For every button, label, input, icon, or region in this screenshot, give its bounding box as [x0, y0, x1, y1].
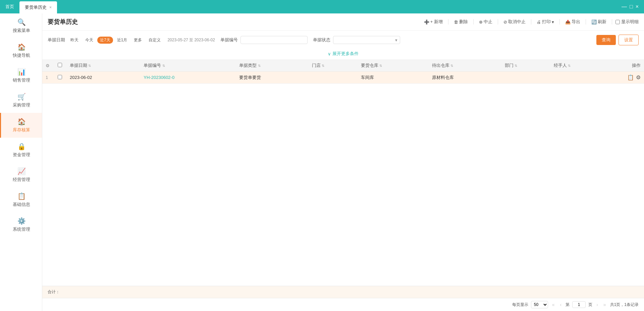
- quick-nav-icon: 🏠: [17, 43, 26, 51]
- next-page-button[interactable]: ›: [595, 301, 599, 308]
- th-doc-type[interactable]: 单据类型 ⇅: [236, 60, 309, 72]
- cell-department: [501, 72, 550, 84]
- page-input[interactable]: [572, 301, 586, 308]
- sidebar-item-search[interactable]: 🔍 搜索菜单: [0, 13, 42, 38]
- sidebar-item-sales[interactable]: 📊 销售管理: [0, 63, 42, 88]
- select-all-checkbox[interactable]: [58, 63, 62, 67]
- sort-icon-pending-warehouse: ⇅: [450, 64, 453, 68]
- purchase-icon: 🛒: [17, 93, 26, 101]
- display-detail-checkbox[interactable]: 显示明细: [615, 19, 639, 25]
- sidebar-item-label: 快捷导航: [13, 52, 30, 58]
- th-doc-date[interactable]: 单据日期 ⇅: [66, 60, 140, 72]
- th-operations: 操作: [610, 60, 644, 72]
- th-handler[interactable]: 经手人 ⇅: [550, 60, 610, 72]
- th-pending-warehouse[interactable]: 待出仓库 ⇅: [429, 60, 501, 72]
- new-icon: ➕: [424, 19, 429, 25]
- sidebar-item-inventory[interactable]: 🏠 库存核算: [0, 113, 42, 138]
- cancel-stop-button[interactable]: ⊘ 取消中止: [501, 17, 528, 26]
- date-btn-yesterday[interactable]: 昨天: [68, 37, 81, 44]
- tab-active[interactable]: 要货单历史 ×: [19, 1, 57, 13]
- stop-label: 中止: [484, 19, 492, 25]
- date-btn-more[interactable]: 更多: [131, 37, 145, 44]
- doc-number-filter-group: 单据编号: [220, 36, 308, 44]
- th-store-label: 门店: [312, 63, 321, 68]
- doc-number-input[interactable]: [240, 36, 308, 44]
- page-size-select[interactable]: 10 20 50 100: [531, 301, 548, 308]
- table-area: ⚙ 单据日期 ⇅ 单据编号 ⇅: [42, 60, 644, 286]
- expand-more-icon: ∨: [328, 51, 331, 56]
- date-btn-custom[interactable]: 自定义: [146, 37, 163, 44]
- th-doc-date-label: 单据日期: [70, 63, 87, 68]
- tab-close-icon[interactable]: ×: [49, 5, 52, 10]
- page-suffix: 页: [588, 302, 592, 308]
- export-button[interactable]: 📤 导出: [563, 17, 582, 26]
- th-department[interactable]: 部门 ⇅: [501, 60, 550, 72]
- view-icon[interactable]: 📋: [627, 74, 634, 81]
- doc-number-link[interactable]: YH-20230602-0: [144, 75, 174, 80]
- th-settings[interactable]: ⚙: [42, 60, 54, 72]
- maximize-button[interactable]: □: [630, 4, 633, 10]
- th-req-warehouse[interactable]: 要货仓库 ⇅: [358, 60, 429, 72]
- sidebar-item-label: 资金管理: [13, 152, 30, 158]
- window-close-button[interactable]: ×: [636, 4, 639, 10]
- expand-more[interactable]: ∨ 展开更多条件: [48, 49, 639, 59]
- settings-button[interactable]: 设置: [619, 35, 639, 45]
- delete-button[interactable]: 🗑 删除: [452, 17, 470, 26]
- footer: 合计：: [42, 286, 644, 298]
- cell-doc-number: YH-20230602-0: [140, 72, 236, 84]
- th-doc-number[interactable]: 单据编号 ⇅: [140, 60, 236, 72]
- sidebar-item-operation[interactable]: 📈 经营管理: [0, 163, 42, 187]
- sidebar-item-purchase[interactable]: 🛒 采购管理: [0, 88, 42, 113]
- sort-icon-handler: ⇅: [568, 64, 571, 68]
- cell-doc-date: 2023-06-02: [66, 72, 140, 84]
- pagination: 每页显示 10 20 50 100 « ‹ 第 页 › » 共1页，1条记录: [42, 298, 644, 311]
- filter-row-1: 单据日期 昨天 今天 近7天 近1月 更多 自定义 2023-05-27 至 2…: [48, 35, 639, 45]
- doc-status-select-wrapper: [333, 36, 400, 44]
- cell-operations: 📋 ⚙: [610, 72, 644, 84]
- finance-icon: 🔒: [17, 142, 26, 150]
- divider-1: [448, 19, 448, 25]
- sidebar-item-system[interactable]: ⚙️ 系统管理: [0, 212, 42, 237]
- refresh-label: 刷新: [598, 19, 606, 25]
- main-layout: 🔍 搜索菜单 🏠 快捷导航 📊 销售管理 🛒 采购管理 🏠 库存核算 🔒 资金管…: [0, 13, 644, 311]
- doc-status-label: 单据状态: [313, 37, 330, 43]
- th-handler-label: 经手人: [554, 63, 567, 68]
- sidebar-item-finance[interactable]: 🔒 资金管理: [0, 138, 42, 163]
- divider-5: [559, 19, 560, 25]
- cell-store: [309, 72, 358, 84]
- th-store[interactable]: 门店 ⇅: [309, 60, 358, 72]
- sort-icon-department: ⇅: [515, 64, 517, 68]
- stop-button[interactable]: ⊗ 中止: [477, 17, 494, 26]
- new-button[interactable]: ➕ + 新增: [422, 17, 445, 26]
- page-prefix: 第: [566, 302, 570, 308]
- prev-page-button[interactable]: ‹: [559, 301, 563, 308]
- table-body: 1 2023-06-02 YH-20230602-0 要货单要货: [42, 72, 644, 84]
- date-btn-today[interactable]: 今天: [83, 37, 96, 44]
- edit-icon[interactable]: ⚙: [636, 74, 641, 81]
- sidebar-item-quick-nav[interactable]: 🏠 快捷导航: [0, 38, 42, 63]
- cancel-stop-label: 取消中止: [508, 19, 526, 25]
- query-button[interactable]: 查询: [596, 35, 616, 45]
- tab-home-label: 首页: [5, 4, 14, 10]
- sort-icon-type: ⇅: [258, 64, 261, 68]
- minimize-button[interactable]: —: [622, 4, 627, 10]
- row-checkbox[interactable]: [58, 75, 62, 79]
- print-button[interactable]: 🖨 打印 ▾: [535, 17, 556, 26]
- divider-4: [531, 19, 531, 25]
- page-size-label: 每页显示: [512, 302, 528, 308]
- date-btn-7days[interactable]: 近7天: [97, 37, 113, 44]
- refresh-button[interactable]: 🔄 刷新: [589, 17, 608, 26]
- doc-status-select[interactable]: [333, 36, 400, 44]
- last-page-button[interactable]: »: [602, 301, 607, 308]
- date-range: 2023-05-27 至 2023-06-02: [167, 37, 215, 43]
- cell-doc-type: 要货单要货: [236, 72, 309, 84]
- content-area: 要货单历史 ➕ + 新增 🗑 删除 ⊗ 中止 ⊘: [42, 13, 644, 311]
- tab-home[interactable]: 首页: [0, 0, 19, 13]
- first-page-button[interactable]: «: [551, 301, 556, 308]
- table-settings-icon[interactable]: ⚙: [46, 63, 50, 68]
- sidebar-item-basic-info[interactable]: 📋 基础信息: [0, 187, 42, 212]
- divider-6: [586, 19, 586, 25]
- date-btn-1month[interactable]: 近1月: [114, 37, 130, 44]
- table-row: 1 2023-06-02 YH-20230602-0 要货单要货: [42, 72, 644, 84]
- display-detail-input[interactable]: [615, 20, 620, 24]
